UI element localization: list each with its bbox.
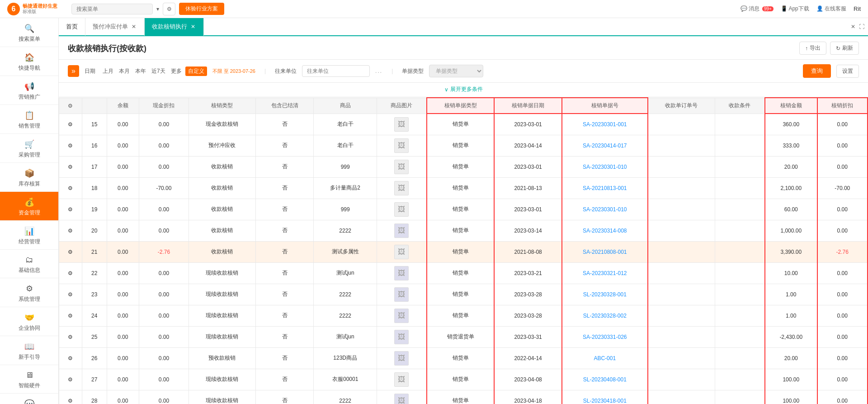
sidebar-item-finance[interactable]: 💰 资金管理 <box>0 192 58 221</box>
cell-settings[interactable]: ⚙ <box>59 347 82 369</box>
message-item[interactable]: 💬 消息 99+ <box>741 5 774 13</box>
cell-settings[interactable]: ⚙ <box>59 262 82 284</box>
invoice-no-link[interactable]: SL-20230418-001 <box>583 398 627 404</box>
cell-invoice-no[interactable]: SA-20230331-026 <box>562 326 648 347</box>
user-name[interactable]: Rit <box>854 5 861 12</box>
invoice-no-link[interactable]: SA-20230301-010 <box>583 164 627 170</box>
expand-more-button[interactable]: ∨ 展开更多条件 <box>444 86 483 93</box>
invoice-no-link[interactable]: SL-20230328-001 <box>583 291 627 298</box>
refresh-button[interactable]: ↻ 刷新 <box>830 42 859 55</box>
type-select[interactable]: 单据类型 <box>429 65 483 77</box>
cell-settings[interactable]: ⚙ <box>59 369 82 390</box>
product-image: 🖼 <box>394 394 409 404</box>
date-last-month-btn[interactable]: 上月 <box>101 67 115 76</box>
app-download-link[interactable]: 📱 App下载 <box>781 5 809 13</box>
date-more-btn[interactable]: 更多 <box>169 67 184 76</box>
cell-invoice-no[interactable]: SA-20230301-010 <box>562 199 648 220</box>
invoice-no-link[interactable]: SL-20230408-001 <box>583 376 627 383</box>
cell-settings[interactable]: ⚙ <box>59 177 82 199</box>
setting-button[interactable]: 设置 <box>836 65 859 78</box>
cell-invoice-no[interactable]: SA-20230414-017 <box>562 135 648 156</box>
invoice-no-link[interactable]: SA-20210808-001 <box>583 249 627 255</box>
invoice-no-link[interactable]: SA-20230314-008 <box>583 228 627 234</box>
sidebar-item-system[interactable]: ⚙ 系统管理 <box>0 278 58 307</box>
sidebar-item-hardware[interactable]: 🖥 智能硬件 <box>0 365 58 394</box>
table-row: ⚙ 16 0.00 0.00 预付冲应收 否 老白干 🖼 销货单 2023-04… <box>59 135 868 156</box>
invoice-no-link[interactable]: SA-20230301-010 <box>583 206 627 213</box>
cell-balance: 0.00 <box>107 241 139 262</box>
cell-product: 2222 <box>314 390 377 404</box>
cell-invoice-no[interactable]: SA-20230301-001 <box>562 114 648 135</box>
cell-invoice-no[interactable]: SL-20230328-002 <box>562 305 648 326</box>
tab-receipt[interactable]: 收款核销执行 ✕ <box>145 18 204 36</box>
cell-settings[interactable]: ⚙ <box>59 220 82 241</box>
cell-settings[interactable]: ⚙ <box>59 326 82 347</box>
invoice-no-link[interactable]: SA-20230321-012 <box>583 270 627 276</box>
invoice-no-link[interactable]: SA-20230414-017 <box>583 143 627 149</box>
cell-write-off-type: 现金收款核销 <box>189 114 255 135</box>
query-button[interactable]: 查询 <box>803 64 831 78</box>
invoice-no-link[interactable]: SA-20230301-001 <box>583 121 627 128</box>
cell-settings[interactable]: ⚙ <box>59 114 82 135</box>
cell-settings[interactable]: ⚙ <box>59 284 82 305</box>
invoice-no-link[interactable]: SA-20230331-026 <box>583 334 627 340</box>
system-icon: ⚙ <box>26 284 33 294</box>
cell-write-off-amount: 20.00 <box>765 347 817 369</box>
sidebar-item-operations[interactable]: 📊 经营管理 <box>0 221 58 250</box>
unit-input[interactable] <box>302 65 370 77</box>
cell-settings[interactable]: ⚙ <box>59 156 82 177</box>
tab-expand-icon[interactable]: ⛶ <box>859 24 864 30</box>
solution-button[interactable]: 休验行业方案 <box>179 3 224 15</box>
sidebar-item-purchase[interactable]: 🛒 采购管理 <box>0 134 58 163</box>
cell-receipt-condition <box>715 177 765 199</box>
cell-settings[interactable]: ⚙ <box>59 241 82 262</box>
date-custom-btn[interactable]: 自定义 <box>185 67 207 76</box>
cell-invoice-no[interactable]: SL-20230328-001 <box>562 284 648 305</box>
tab-prepay[interactable]: 预付冲应付单 ✕ <box>85 18 145 36</box>
export-button[interactable]: ↑ 导出 <box>799 42 826 55</box>
col-header-product-img: 商品图片 <box>377 98 427 114</box>
sidebar-item-shortcuts[interactable]: 🏠 快捷导航 <box>0 47 58 76</box>
tab-receipt-close[interactable]: ✕ <box>190 23 196 31</box>
date-7days-btn[interactable]: 近7天 <box>150 67 167 76</box>
cell-product-img: 🖼 <box>377 135 427 156</box>
cell-included-settled: 否 <box>255 177 314 199</box>
cell-settings[interactable]: ⚙ <box>59 390 82 404</box>
cell-invoice-no[interactable]: SL-20230418-001 <box>562 390 648 404</box>
sidebar-item-inventory[interactable]: 📦 库存核算 <box>0 163 58 192</box>
cell-invoice-no[interactable]: SA-20210808-001 <box>562 241 648 262</box>
sidebar-item-guide[interactable]: 📖 新手引导 <box>0 336 58 365</box>
cell-invoice-no[interactable]: SA-20230321-012 <box>562 262 648 284</box>
tab-prepay-close[interactable]: ✕ <box>131 23 137 31</box>
online-service-link[interactable]: 👤 在线客服 <box>816 5 846 13</box>
date-this-month-btn[interactable]: 本月 <box>117 67 132 76</box>
invoice-no-link[interactable]: SL-20230328-002 <box>583 313 627 319</box>
cell-invoice-no[interactable]: SA-20230314-008 <box>562 220 648 241</box>
cell-invoice-no[interactable]: SA-20230301-010 <box>562 156 648 177</box>
sidebar-item-search[interactable]: 🔍 搜索菜单 <box>0 18 58 47</box>
product-image: 🖼 <box>394 309 409 323</box>
invoice-no-link[interactable]: ABC-001 <box>594 355 616 361</box>
sidebar-item-enterprise[interactable]: 🤝 企业协同 <box>0 307 58 336</box>
cell-settings[interactable]: ⚙ <box>59 199 82 220</box>
menu-search-input[interactable] <box>71 4 153 14</box>
invoice-no-link[interactable]: SA-20210813-001 <box>583 185 627 191</box>
top-bar-dropdown[interactable]: ▾ <box>156 6 159 12</box>
cell-invoice-date: 2021-08-08 <box>494 241 561 262</box>
cell-invoice-no[interactable]: SA-20210813-001 <box>562 177 648 199</box>
cell-invoice-no[interactable]: SL-20230408-001 <box>562 369 648 390</box>
cell-invoice-no[interactable]: ABC-001 <box>562 347 648 369</box>
cell-included-settled: 否 <box>255 114 314 135</box>
tab-home[interactable]: 首页 <box>59 18 85 36</box>
cell-settings[interactable]: ⚙ <box>59 305 82 326</box>
tab-close-all-icon[interactable]: ✕ <box>851 24 855 30</box>
filter-expand-button[interactable]: » <box>68 65 79 77</box>
sidebar-item-sales[interactable]: 📋 销售管理 <box>0 105 58 134</box>
cell-settings[interactable]: ⚙ <box>59 135 82 156</box>
date-this-year-btn[interactable]: 本年 <box>133 67 148 76</box>
sidebar-item-basic[interactable]: 🗂 基础信息 <box>0 250 58 278</box>
sidebar-item-wechat[interactable]: 💬 企业微信 <box>0 394 58 404</box>
sidebar-item-marketing[interactable]: 📢 营销推广 <box>0 76 58 105</box>
gear-icon[interactable]: ⚙ <box>163 3 175 15</box>
col-header-settings[interactable]: ⚙ <box>59 98 82 114</box>
